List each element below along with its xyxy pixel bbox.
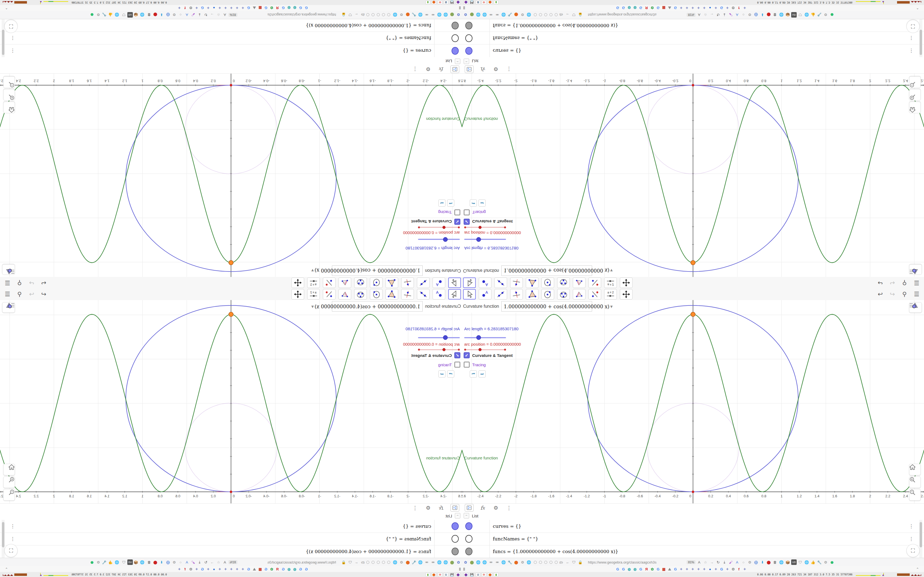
bookmark-favicon[interactable]: G: [719, 6, 724, 10]
globe-icon[interactable]: 🌐: [482, 559, 487, 565]
redo-icon[interactable]: ↪: [27, 279, 36, 287]
graphics-style-button[interactable]: [2, 264, 15, 275]
curvature-tangent-checkbox[interactable]: ✓: [454, 352, 460, 358]
arc-position-slider-track[interactable]: [464, 350, 506, 350]
geogebra-logo-icon[interactable]: ✿: [456, 559, 461, 565]
fx-icon[interactable]: fx: [437, 66, 446, 73]
bookmark-favicon[interactable]: ✦: [177, 6, 182, 10]
globe-icon[interactable]: 🌐: [475, 559, 481, 565]
ext-ud-icon[interactable]: UD: [127, 559, 133, 565]
graphics-view[interactable]: -2.6-2.4-2.2-2-1.8-1.6-1.4-1.2-1-0.8-0.6…: [462, 300, 924, 503]
zoom-in-button[interactable]: [909, 476, 921, 488]
ext-trash-icon[interactable]: 🗑: [146, 12, 152, 18]
taskbar-app-firefox[interactable]: ⬤: [488, 0, 492, 5]
tab-favicon-dot[interactable]: [539, 561, 542, 564]
menu-icon[interactable]: ☰: [913, 290, 921, 298]
ext-forward-icon[interactable]: →: [210, 559, 215, 565]
tab-favicon-dot[interactable]: [372, 561, 375, 564]
taskbar-app-purple-cat[interactable]: ⬤: [456, 0, 460, 5]
lock-icon[interactable]: 🔒: [341, 559, 347, 565]
grid-panel-icon[interactable]: [465, 504, 473, 512]
arc-position-slider[interactable]: [418, 225, 460, 230]
firefox-icon[interactable]: ⬤: [405, 12, 410, 18]
ext-package-icon[interactable]: 📦: [134, 559, 139, 565]
tool-perpendicular[interactable]: [510, 277, 523, 288]
tool-angle[interactable]: α: [573, 277, 585, 288]
tracing-checkbox[interactable]: [464, 210, 470, 215]
bookmark-favicon[interactable]: ⛰: [252, 5, 257, 10]
tab-favicon-dot[interactable]: [539, 13, 542, 16]
tab-favicon-dot[interactable]: [549, 13, 552, 16]
tab-favicon-dot[interactable]: [534, 13, 537, 16]
undo-icon[interactable]: ↩: [876, 279, 884, 287]
row-kebab-icon[interactable]: ⋮: [909, 32, 914, 45]
bookmark-favicon[interactable]: G: [281, 6, 286, 10]
arc-length-slider[interactable]: [418, 237, 460, 242]
taskbar-app-firefox[interactable]: ⬤: [432, 572, 436, 577]
ext-refresh-icon[interactable]: ↻: [715, 559, 721, 565]
ext-down-icon[interactable]: ⬇: [759, 559, 765, 565]
tool-angle[interactable]: α: [573, 289, 585, 300]
taskbar-app-floppy64[interactable]: 💾: [470, 572, 474, 577]
tab-favicon-dot[interactable]: [555, 561, 558, 564]
bookmark-favicon[interactable]: G: [298, 6, 303, 10]
bookmark-favicon[interactable]: G: [673, 6, 678, 10]
arc-length-slider-track[interactable]: [418, 337, 460, 338]
graphics-view[interactable]: -2.6-2.4-2.2-2-1.8-1.6-1.4-1.2-1-0.8-0.6…: [0, 74, 462, 277]
ext-circle-icon[interactable]: ○: [741, 559, 746, 565]
ext-package-icon[interactable]: 📦: [785, 559, 790, 565]
arc-position-slider-track[interactable]: [418, 227, 460, 227]
bookmark-favicon[interactable]: Я: [644, 6, 649, 10]
ext-brush-icon[interactable]: 🖌: [728, 12, 733, 18]
page-zoom-badge[interactable]: 81%: [687, 13, 695, 17]
ext-brush-icon[interactable]: 🖌: [728, 559, 733, 565]
bookmark-favicon[interactable]: ✦: [241, 6, 245, 10]
tool-line-point[interactable]: [323, 277, 336, 288]
ext-forward-icon[interactable]: →: [210, 12, 215, 18]
taskbar-app-green-term[interactable]: ▮: [426, 0, 430, 5]
algebra-row-funcs[interactable]: funcs = {1.000000000000 + cos(4.00000000…: [0, 19, 462, 32]
taskbar-app-floppy64[interactable]: 💾: [470, 0, 474, 5]
ext-wrench-icon[interactable]: 🔧: [816, 12, 822, 18]
bookmark-favicon[interactable]: f: [737, 567, 741, 571]
ext-plus-icon[interactable]: ⨁: [753, 559, 759, 565]
zoom-out-button[interactable]: [3, 76, 15, 88]
search-icon[interactable]: ⚲: [15, 290, 24, 298]
bookmark-favicon[interactable]: f: [183, 567, 187, 571]
function-input[interactable]: 1.000000000000 + cos(4.00000000000 x) ▼: [332, 301, 423, 311]
ext-translate-icon[interactable]: A: [184, 12, 190, 18]
ext-record-icon[interactable]: ⬤: [153, 559, 158, 565]
gear-icon[interactable]: ⚙: [520, 559, 525, 565]
ext-download-icon[interactable]: ⤓: [722, 559, 727, 565]
ext-circle-icon[interactable]: ○: [178, 12, 183, 18]
bookmark-favicon[interactable]: G: [615, 6, 620, 10]
taskbar-app-purple-cat[interactable]: ⬤: [464, 572, 468, 577]
gear-icon[interactable]: ⚙: [492, 66, 500, 73]
tool-point[interactable]: A: [433, 277, 445, 288]
bookmark-favicon[interactable]: ✦: [725, 6, 730, 10]
bookmark-favicon[interactable]: ▦: [661, 567, 666, 571]
algebra-row-funcNames[interactable]: funcNames = {" "}⋮: [0, 532, 462, 545]
tab-favicon-dot[interactable]: [382, 13, 385, 16]
home-button[interactable]: [3, 102, 15, 113]
bookmark-favicon[interactable]: G: [200, 6, 205, 10]
firefox-icon[interactable]: ⬤: [405, 559, 410, 565]
tool-line[interactable]: [494, 289, 507, 300]
ext-circle-icon[interactable]: ○: [178, 559, 183, 565]
bookmark-favicon[interactable]: Я: [275, 567, 280, 571]
tool-polygon[interactable]: [386, 277, 398, 288]
arc-position-slider-track[interactable]: [418, 350, 460, 350]
ext-plus-icon[interactable]: ⨁: [753, 12, 759, 18]
tool-perpendicular[interactable]: [401, 289, 414, 300]
taskbar-app-firefox[interactable]: ⬤: [488, 572, 492, 577]
arc-position-slider-track[interactable]: [464, 227, 506, 227]
ext-globe-icon[interactable]: 🌐: [804, 559, 809, 565]
tool-slider[interactable]: a = 2: [307, 277, 320, 288]
tool-move-view[interactable]: [620, 277, 633, 288]
back-arrow-icon[interactable]: ←: [565, 12, 570, 18]
bookmark-favicon[interactable]: f: [737, 6, 741, 10]
graphics-view[interactable]: -2.6-2.4-2.2-2-1.8-1.6-1.4-1.2-1-0.8-0.6…: [0, 300, 462, 503]
gear-icon[interactable]: ⚙: [399, 12, 404, 18]
bookmark-favicon[interactable]: ◍: [287, 567, 291, 571]
visibility-toggle-funcs[interactable]: [452, 548, 459, 555]
